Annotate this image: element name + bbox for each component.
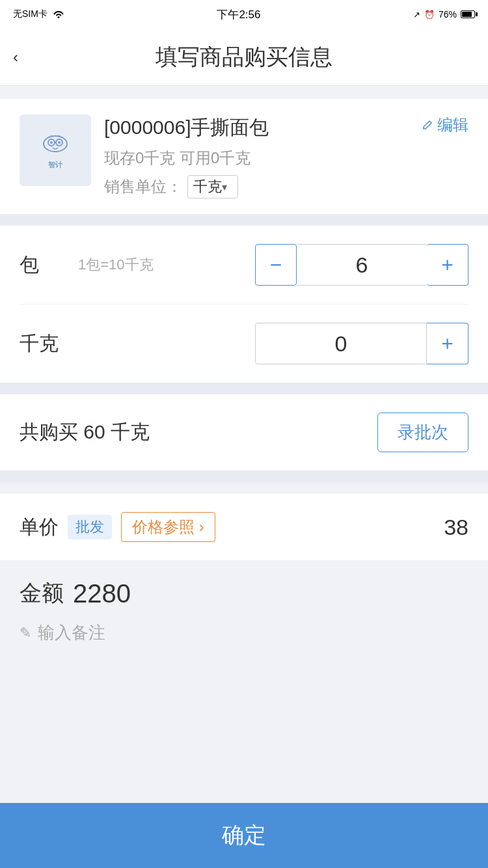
status-bar: 无SIM卡 下午2:56 ↗ ⏰ 76% <box>0 0 488 29</box>
product-stock: 现存0千克 可用0千克 <box>104 148 468 169</box>
bag-input-row: 包 1包=10千克 − + <box>20 226 468 305</box>
quantity-input-section: 包 1包=10千克 − + 千克 + <box>0 226 488 383</box>
section-divider-1 <box>0 214 488 226</box>
bag-hint: 1包=10千克 <box>78 255 255 275</box>
record-batch-button[interactable]: 录批次 <box>377 413 468 452</box>
back-button[interactable]: ‹ <box>13 48 18 66</box>
alarm-icon: ⏰ <box>424 10 435 20</box>
product-image: 智计 <box>20 115 91 186</box>
brand-logo-icon <box>41 131 70 157</box>
location-icon: ↗ <box>413 10 420 20</box>
price-label: 单价 <box>20 514 59 541</box>
kg-label: 千克 <box>20 331 72 357</box>
confirm-button-label: 确定 <box>222 821 266 850</box>
svg-point-3 <box>50 141 53 144</box>
price-section: 单价 批发 价格参照 › 38 <box>0 494 488 560</box>
kg-quantity-input[interactable] <box>255 323 427 364</box>
battery-percent: 76% <box>439 9 457 20</box>
battery-icon <box>461 10 475 18</box>
page-title: 填写商品购买信息 <box>156 42 332 72</box>
dropdown-arrow-icon: ▾ <box>222 181 227 193</box>
time-display: 下午2:56 <box>217 7 260 22</box>
product-info: [0000006]手撕面包 编辑 现存0千克 可用0千克 销售单位： 千克 ▾ <box>104 115 468 198</box>
product-name: [0000006]手撕面包 <box>104 115 269 141</box>
bag-label: 包 <box>20 252 72 278</box>
wifi-icon <box>53 9 64 20</box>
remark-placeholder: 输入备注 <box>38 621 105 644</box>
price-reference-button[interactable]: 价格参照 › <box>121 512 215 542</box>
price-value: 38 <box>444 515 468 540</box>
product-card: 智计 [0000006]手撕面包 编辑 现存0千克 可用0千克 销售单位： 千克… <box>0 99 488 214</box>
kg-control-group: + <box>255 323 468 364</box>
main-content: 智计 [0000006]手撕面包 编辑 现存0千克 可用0千克 销售单位： 千克… <box>0 99 488 868</box>
remark-row[interactable]: ✎ 输入备注 <box>20 621 468 644</box>
product-unit: 销售单位： 千克 ▾ <box>104 175 468 198</box>
nav-bar: ‹ 填写商品购买信息 <box>0 29 488 86</box>
bag-quantity-input[interactable] <box>297 244 427 286</box>
carrier-text: 无SIM卡 <box>13 8 47 20</box>
section-divider-3 <box>0 470 488 482</box>
total-text: 共购买 60 千克 <box>20 419 150 446</box>
confirm-button[interactable]: 确定 <box>0 803 488 868</box>
unit-selector[interactable]: 千克 ▾ <box>187 175 238 198</box>
bag-quantity-control: − + <box>255 244 468 286</box>
amount-label: 金额 <box>20 578 64 608</box>
section-divider-2 <box>0 383 488 394</box>
svg-point-4 <box>58 141 61 144</box>
amount-section: 金额 2280 ✎ 输入备注 <box>0 560 488 655</box>
bag-increment-button[interactable]: + <box>427 244 468 286</box>
status-right: ↗ ⏰ 76% <box>413 9 475 20</box>
price-type-tag: 批发 <box>68 515 112 539</box>
pencil-icon: ✎ <box>20 625 31 642</box>
amount-value: 2280 <box>73 579 131 608</box>
bag-decrement-button[interactable]: − <box>255 244 297 286</box>
total-section: 共购买 60 千克 录批次 <box>0 394 488 470</box>
kg-increment-button[interactable]: + <box>427 323 468 364</box>
kg-input-row: 千克 + <box>20 305 468 383</box>
brand-text: 智计 <box>48 160 62 170</box>
status-left: 无SIM卡 <box>13 8 64 20</box>
edit-button[interactable]: 编辑 <box>422 115 468 135</box>
amount-row: 金额 2280 <box>20 578 468 608</box>
price-row: 单价 批发 价格参照 › 38 <box>20 512 468 542</box>
